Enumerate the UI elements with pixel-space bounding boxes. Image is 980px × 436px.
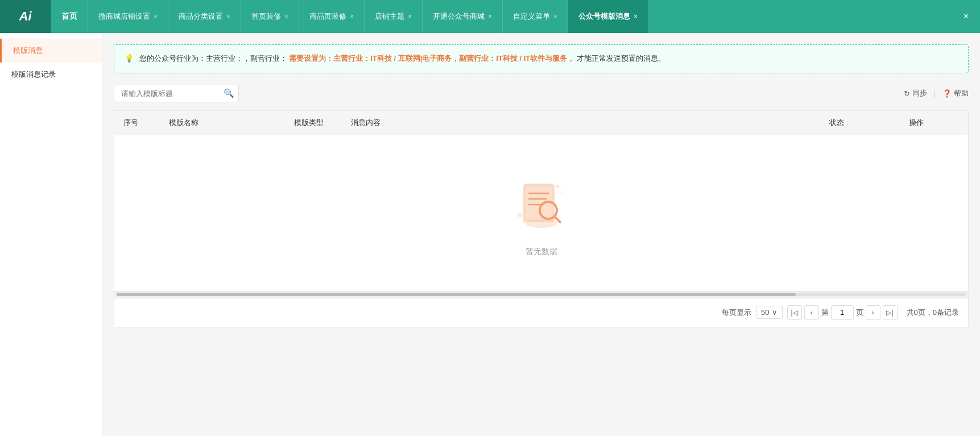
tab-theme-close[interactable]: × — [408, 13, 412, 20]
last-page-icon: ▷| — [886, 309, 893, 317]
per-page-select[interactable]: 50 ∨ — [756, 306, 782, 319]
data-table: 序号 模版名称 模版类型 消息内容 状态 操作 — [114, 110, 969, 327]
sync-button[interactable]: ↻ 同步 — [904, 88, 927, 98]
svg-point-9 — [556, 185, 559, 188]
tab-category-label: 商品分类设置 — [179, 11, 223, 22]
page-label: 第 — [821, 308, 829, 318]
chevron-down-icon: ∨ — [772, 308, 778, 317]
prev-page-button[interactable]: ‹ — [804, 305, 819, 320]
sidebar-item-template-record[interactable]: 模版消息记录 — [0, 63, 102, 86]
tab-product-label: 商品页装修 — [309, 11, 346, 22]
tab-menu[interactable]: 自定义菜单 × — [503, 0, 568, 33]
notice-text-after: 才能正常发送预置的消息。 — [577, 54, 665, 63]
page-unit: 页 — [856, 308, 863, 318]
help-icon: ❓ — [942, 89, 952, 98]
sidebar-item-template-msg[interactable]: 模版消息 — [0, 39, 102, 63]
first-page-button[interactable]: |◁ — [787, 305, 802, 320]
tab-template-msg-close[interactable]: × — [634, 13, 638, 20]
tab-template-msg-label: 公众号模版消息 — [578, 11, 630, 22]
table-header: 序号 模版名称 模版类型 消息内容 状态 操作 — [114, 111, 968, 135]
sync-label: 同步 — [912, 88, 927, 98]
empty-state: 暂无数据 — [114, 135, 968, 291]
page-input[interactable] — [831, 305, 854, 320]
next-page-button[interactable]: › — [866, 305, 880, 320]
notice-banner: 💡 您的公众号行业为：主营行业：，副营行业： 需要设置为：主营行业：IT科技 /… — [114, 44, 969, 73]
tab-theme[interactable]: 店铺主题 × — [365, 0, 423, 33]
tab-home-label: 首页 — [61, 11, 77, 22]
global-close-button[interactable]: × — [952, 0, 980, 33]
search-bar: 🔍 ↻ 同步 | ❓ 帮助 — [114, 85, 969, 102]
tab-category-close[interactable]: × — [226, 13, 230, 20]
total-text: 共0页，0条记录 — [907, 308, 959, 318]
tab-weshop[interactable]: 微商城店铺设置 × — [88, 0, 168, 33]
first-page-icon: |◁ — [791, 309, 797, 317]
scrollbar-track[interactable] — [117, 293, 966, 296]
th-action: 操作 — [900, 111, 968, 135]
search-divider: | — [934, 89, 936, 98]
svg-point-10 — [561, 191, 563, 193]
svg-point-11 — [518, 213, 522, 217]
tab-category[interactable]: 商品分类设置 × — [168, 0, 241, 33]
scrollbar-wrap[interactable] — [114, 291, 968, 298]
th-name: 模版名称 — [160, 111, 285, 135]
sidebar-item-template-record-label: 模版消息记录 — [11, 70, 56, 78]
tab-mall[interactable]: 开通公众号商城 × — [423, 0, 503, 33]
search-right: ↻ 同步 | ❓ 帮助 — [904, 88, 969, 98]
app-logo: Ai — [0, 0, 51, 33]
pagination: 每页显示 50 ∨ |◁ ‹ 第 页 › — [114, 298, 968, 327]
search-input[interactable] — [114, 85, 239, 102]
empty-text: 暂无数据 — [526, 247, 557, 257]
help-label: 帮助 — [954, 88, 969, 98]
tab-mall-label: 开通公众号商城 — [433, 11, 485, 22]
th-seq: 序号 — [114, 111, 160, 135]
per-page-value: 50 — [761, 308, 769, 317]
scrollbar-thumb[interactable] — [117, 293, 796, 296]
prev-page-icon: ‹ — [811, 309, 813, 317]
page-nav: |◁ ‹ 第 页 › ▷| — [787, 305, 898, 320]
tab-weshop-close[interactable]: × — [154, 13, 158, 20]
tab-product-close[interactable]: × — [350, 13, 354, 20]
next-page-icon: › — [872, 309, 874, 317]
th-type: 模版类型 — [285, 111, 342, 135]
notice-highlight: 需要设置为：主营行业：IT科技 / 互联网|电子商务，副营行业：IT科技 / I… — [289, 54, 574, 63]
tab-weshop-label: 微商城店铺设置 — [98, 11, 150, 22]
sidebar-item-template-msg-label: 模版消息 — [13, 46, 43, 55]
search-input-wrap: 🔍 — [114, 85, 239, 102]
tab-bar: Ai 首页 微商城店铺设置 × 商品分类设置 × 首页装修 × 商品页装修 × … — [0, 0, 980, 33]
search-button[interactable]: 🔍 — [224, 88, 234, 98]
notice-text-before: 您的公众号行业为：主营行业：，副营行业： — [139, 54, 287, 63]
tab-mall-close[interactable]: × — [488, 13, 492, 20]
th-content: 消息内容 — [342, 111, 820, 135]
per-page-label: 每页显示 — [722, 308, 751, 318]
tab-home[interactable]: 首页 — [51, 0, 88, 33]
tab-product[interactable]: 商品页装修 × — [299, 0, 365, 33]
tab-homepage-label: 首页装修 — [251, 11, 281, 22]
th-status: 状态 — [820, 111, 900, 135]
refresh-icon: ↻ — [904, 89, 910, 98]
notice-icon: 💡 — [125, 54, 134, 63]
search-icon: 🔍 — [224, 88, 234, 98]
last-page-button[interactable]: ▷| — [883, 305, 898, 320]
help-button[interactable]: ❓ 帮助 — [942, 88, 969, 98]
tab-theme-label: 店铺主题 — [375, 11, 404, 22]
tab-menu-close[interactable]: × — [553, 13, 557, 20]
tab-menu-label: 自定义菜单 — [513, 11, 550, 22]
sidebar: 模版消息 模版消息记录 — [0, 33, 102, 436]
main-layout: 模版消息 模版消息记录 💡 您的公众号行业为：主营行业：，副营行业： 需要设置为… — [0, 33, 980, 436]
tab-homepage[interactable]: 首页装修 × — [241, 0, 299, 33]
tab-homepage-close[interactable]: × — [284, 13, 288, 20]
svg-point-7 — [543, 205, 554, 216]
search-left: 🔍 — [114, 85, 239, 102]
tab-template-msg[interactable]: 公众号模版消息 × — [568, 0, 648, 33]
content-area: 💡 您的公众号行业为：主营行业：，副营行业： 需要设置为：主营行业：IT科技 /… — [102, 33, 980, 436]
empty-illustration — [507, 169, 576, 238]
